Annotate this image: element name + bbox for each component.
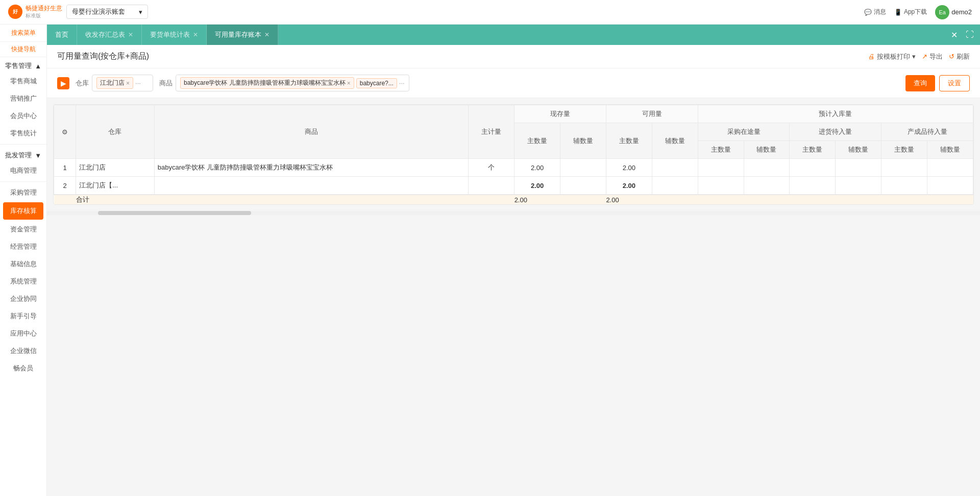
user-menu[interactable]: Ea demo2 bbox=[935, 5, 972, 19]
product-more-button[interactable]: ··· bbox=[399, 79, 405, 87]
print-button[interactable]: 🖨 按模板打印 ▾ bbox=[868, 52, 916, 61]
row1-warehouse: 江北门店 bbox=[76, 159, 155, 177]
sidebar-item-system[interactable]: 系统管理 bbox=[0, 273, 46, 290]
footer-cp-main bbox=[881, 195, 927, 204]
table-area: ⚙ 仓库 商品 主计量 现存量 可用量 预计入库量 主数量 辅数量 主数量 bbox=[53, 104, 974, 205]
row2-no: 2 bbox=[54, 177, 76, 195]
col-group-keyong-header: 可用量 bbox=[606, 105, 698, 123]
content-area: 首页 收发存汇总表 ✕ 要货单统计表 ✕ 可用量库存账本 ✕ ✕ ⛶ bbox=[47, 25, 980, 496]
sidebar-item-inventory[interactable]: 库存核算 bbox=[3, 202, 43, 220]
sidebar-item-member[interactable]: 畅会员 bbox=[0, 360, 46, 377]
sidebar-item-finance[interactable]: 资金管理 bbox=[0, 221, 46, 238]
row1-unit: 个 bbox=[469, 159, 514, 177]
sidebar-item-apps[interactable]: 应用中心 bbox=[0, 325, 46, 342]
row1-xz-main: 2.00 bbox=[514, 159, 560, 177]
row2-unit bbox=[469, 177, 514, 195]
table-row[interactable]: 2 江北门店【... 2.00 2.00 bbox=[54, 177, 973, 195]
sidebar-item-operations[interactable]: 经营管理 bbox=[0, 238, 46, 255]
sidebar-nav[interactable]: 快捷导航 bbox=[0, 42, 46, 57]
row2-cp-aux bbox=[927, 177, 973, 195]
footer-xz-aux bbox=[560, 195, 606, 204]
tab-orders[interactable]: 要货单统计表 ✕ bbox=[142, 25, 207, 45]
col-gear-header: ⚙ bbox=[54, 105, 76, 159]
row1-ky-main: 2.00 bbox=[606, 159, 652, 177]
app-download-button[interactable]: 📱 App下载 bbox=[894, 8, 927, 16]
tab-expand-button[interactable]: ⛶ bbox=[964, 29, 976, 40]
industry-selector[interactable]: 母婴行业演示账套 ▾ bbox=[66, 5, 148, 19]
footer-empty-3 bbox=[469, 195, 514, 204]
scrollbar-thumb[interactable] bbox=[98, 211, 251, 215]
filter-expand-button[interactable]: ▶ bbox=[57, 77, 69, 89]
sidebar-item-enterprise[interactable]: 企业协同 bbox=[0, 290, 46, 308]
divider-2 bbox=[0, 181, 46, 182]
sidebar-item-marketing[interactable]: 营销推广 bbox=[0, 90, 46, 107]
tab-receipts-label: 收发存汇总表 bbox=[85, 30, 125, 39]
sidebar-search[interactable]: 搜索菜单 bbox=[0, 25, 46, 42]
top-bar-left: 好 畅捷通好生意 标准版 母婴行业演示账套 ▾ bbox=[8, 5, 148, 19]
retail-section-label: 零售管理 bbox=[5, 61, 32, 70]
top-bar: 好 畅捷通好生意 标准版 母婴行业演示账套 ▾ 💬 消息 📱 App下载 Ea … bbox=[0, 0, 980, 25]
col-ky-main-header: 主数量 bbox=[606, 123, 652, 159]
settings-button[interactable]: 设置 bbox=[939, 75, 970, 91]
product-tag-1-value: babycare学饮杯 儿童防摔防撞吸管杯重力球吸嘴杯宝宝水杯 bbox=[184, 79, 346, 87]
sidebar-item-ecommerce[interactable]: 电商管理 bbox=[0, 162, 46, 179]
tab-available-inventory-close[interactable]: ✕ bbox=[264, 31, 270, 38]
tab-close-all-button[interactable]: ✕ bbox=[949, 29, 960, 41]
sidebar-item-retail-mall[interactable]: 零售商城 bbox=[0, 73, 46, 90]
col-group-xianzun-header: 现存量 bbox=[514, 105, 606, 123]
tab-bar: 首页 收发存汇总表 ✕ 要货单统计表 ✕ 可用量库存账本 ✕ ✕ ⛶ bbox=[47, 25, 980, 45]
tab-receipts-close[interactable]: ✕ bbox=[128, 31, 133, 38]
row2-xz-aux bbox=[560, 177, 606, 195]
sidebar-item-newbie[interactable]: 新手引导 bbox=[0, 308, 46, 325]
product-input[interactable]: babycare学饮杯 儿童防摔防撞吸管杯重力球吸嘴杯宝宝水杯 × babyca… bbox=[176, 75, 409, 91]
footer-empty-2 bbox=[154, 195, 469, 204]
row1-jh-aux bbox=[836, 159, 881, 177]
product-tag-1-close[interactable]: × bbox=[347, 80, 351, 87]
tab-home[interactable]: 首页 bbox=[47, 25, 77, 45]
tab-available-inventory[interactable]: 可用量库存账本 ✕ bbox=[207, 25, 278, 45]
row2-xz-main: 2.00 bbox=[514, 177, 560, 195]
row2-jh-main bbox=[790, 177, 836, 195]
footer-cg-main bbox=[698, 195, 744, 204]
filter-product-group: 商品 babycare学饮杯 儿童防摔防撞吸管杯重力球吸嘴杯宝宝水杯 × bab… bbox=[159, 75, 409, 91]
industry-label: 母婴行业演示账套 bbox=[72, 7, 125, 16]
footer-label: 合计 bbox=[76, 195, 155, 204]
horizontal-scrollbar[interactable] bbox=[47, 211, 980, 215]
row1-ky-aux bbox=[652, 159, 698, 177]
chevron-up-icon: ▲ bbox=[35, 62, 41, 70]
sidebar-item-wechat[interactable]: 企业微信 bbox=[0, 342, 46, 360]
product-tag-1: babycare学饮杯 儿童防摔防撞吸管杯重力球吸嘴杯宝宝水杯 × bbox=[180, 77, 354, 89]
col-cp-main-header: 主数量 bbox=[881, 141, 927, 159]
warehouse-tag-close[interactable]: × bbox=[126, 80, 130, 87]
refresh-button[interactable]: ↺ 刷新 bbox=[949, 52, 970, 61]
col-ky-aux-header: 辅数量 bbox=[652, 123, 698, 159]
row1-xz-aux bbox=[560, 159, 606, 177]
message-button[interactable]: 💬 消息 bbox=[864, 8, 886, 16]
row1-product: babycare学饮杯 儿童防摔防撞吸管杯重力球吸嘴杯宝宝水杯 bbox=[154, 159, 469, 177]
col-cg-group-header: 采购在途量 bbox=[698, 123, 790, 141]
warehouse-tag-value: 江北门店 bbox=[100, 79, 125, 87]
sidebar-item-members[interactable]: 会员中心 bbox=[0, 107, 46, 125]
sidebar-section-wholesale[interactable]: 批发管理 ▼ bbox=[0, 147, 46, 162]
query-button[interactable]: 查询 bbox=[905, 75, 935, 91]
footer-jh-main bbox=[790, 195, 836, 204]
warehouse-input[interactable]: 江北门店 × ··· bbox=[92, 75, 153, 91]
sidebar-item-purchase[interactable]: 采购管理 bbox=[0, 184, 46, 201]
app-download-label: App下载 bbox=[904, 8, 927, 16]
table-body: 1 江北门店 babycare学饮杯 儿童防摔防撞吸管杯重力球吸嘴杯宝宝水杯 个… bbox=[54, 159, 973, 195]
tab-orders-close[interactable]: ✕ bbox=[193, 31, 198, 38]
table-row[interactable]: 1 江北门店 babycare学饮杯 儿童防摔防撞吸管杯重力球吸嘴杯宝宝水杯 个… bbox=[54, 159, 973, 177]
tab-receipts[interactable]: 收发存汇总表 ✕ bbox=[77, 25, 142, 45]
export-button[interactable]: ↗ 导出 bbox=[922, 52, 943, 61]
footer-row: 合计 2.00 2.00 bbox=[54, 195, 973, 204]
row2-ky-main: 2.00 bbox=[606, 177, 652, 195]
sidebar-item-retail-stats[interactable]: 零售统计 bbox=[0, 125, 46, 142]
product-label: 商品 bbox=[159, 79, 173, 88]
export-icon: ↗ bbox=[922, 53, 927, 60]
col-unit-header: 主计量 bbox=[469, 105, 514, 159]
col-jh-main-header: 主数量 bbox=[790, 141, 836, 159]
sidebar-section-retail[interactable]: 零售管理 ▲ bbox=[0, 57, 46, 73]
chevron-down-icon-2: ▼ bbox=[35, 152, 41, 159]
sidebar-item-basic-info[interactable]: 基础信息 bbox=[0, 255, 46, 273]
warehouse-more-button[interactable]: ··· bbox=[135, 79, 141, 87]
